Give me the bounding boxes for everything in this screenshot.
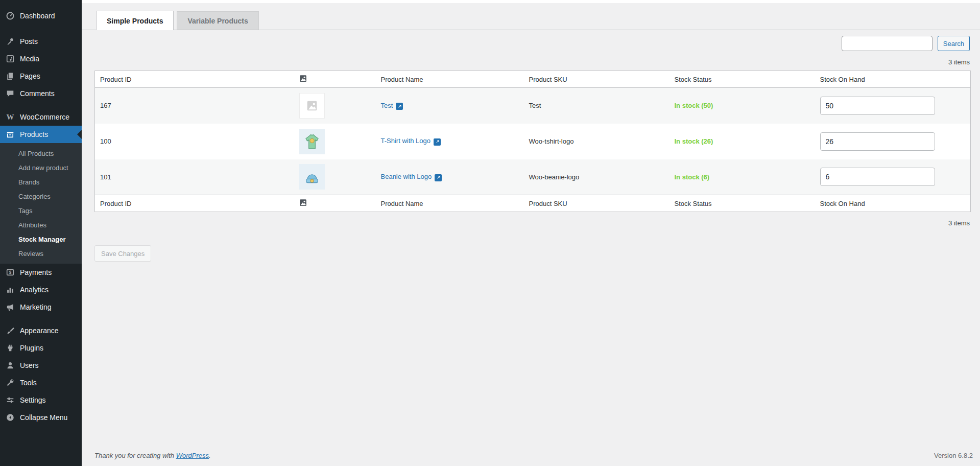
sidebar-item-label: Payments: [20, 268, 52, 276]
payments-icon: $: [5, 267, 15, 277]
sidebar-item-pages[interactable]: Pages: [0, 67, 82, 85]
search-button[interactable]: Search: [938, 36, 970, 51]
product-name-link[interactable]: T-Shirt with Logo: [381, 137, 441, 145]
sidebar-item-label: WooCommerce: [20, 113, 69, 121]
collapse-menu-button[interactable]: Collapse Menu: [0, 409, 82, 426]
user-icon: [5, 360, 15, 370]
products-submenu: All Products Add new product Brands Cate…: [0, 143, 82, 264]
submenu-item-categories[interactable]: Categories: [0, 189, 82, 203]
sidebar-item-settings[interactable]: Settings: [0, 391, 82, 409]
sidebar-item-dashboard[interactable]: Dashboard: [0, 7, 82, 25]
sidebar-item-label: Plugins: [20, 344, 43, 352]
sidebar-item-posts[interactable]: Posts: [0, 33, 82, 50]
sidebar-item-media[interactable]: Media: [0, 50, 82, 67]
stock-on-hand-input[interactable]: [820, 97, 935, 115]
brush-icon: [5, 325, 15, 336]
sidebar-item-payments[interactable]: $ Payments: [0, 264, 82, 281]
sidebar-item-tools[interactable]: Tools: [0, 374, 82, 391]
tab-variable-products[interactable]: Variable Products: [177, 11, 258, 30]
column-header-product-sku: Product SKU: [529, 76, 567, 83]
submenu-item-reviews[interactable]: Reviews: [0, 246, 82, 261]
sidebar-item-label: Appearance: [20, 327, 59, 335]
sidebar-item-users[interactable]: Users: [0, 357, 82, 374]
submenu-label: Reviews: [18, 250, 43, 258]
submenu-item-attributes[interactable]: Attributes: [0, 218, 82, 232]
collapse-menu-label: Collapse Menu: [20, 413, 67, 422]
sidebar-item-products[interactable]: Products: [0, 126, 82, 143]
submenu-label: Brands: [18, 178, 39, 186]
sidebar-item-label: Comments: [20, 89, 55, 98]
sidebar-item-label: Products: [20, 130, 48, 138]
product-sku: Woo-beanie-logo: [529, 173, 580, 181]
search-input[interactable]: [842, 36, 933, 51]
stock-on-hand-input[interactable]: [820, 132, 935, 151]
version-text: Version 6.8.2: [934, 452, 973, 459]
beanie-image: [299, 164, 325, 190]
media-icon: [5, 54, 15, 64]
product-name-text: Test: [381, 102, 393, 109]
thanks-prefix: Thank you for creating with: [94, 452, 176, 459]
sidebar-item-plugins[interactable]: Plugins: [0, 339, 82, 357]
main-content: Simple Products Variable Products Search…: [82, 0, 980, 466]
external-link-icon: [396, 103, 403, 110]
submenu-item-tags[interactable]: Tags: [0, 203, 82, 218]
sidebar-item-woocommerce[interactable]: W WooCommerce: [0, 108, 82, 126]
sidebar-item-label: Tools: [20, 379, 37, 387]
product-sku: Test: [529, 102, 541, 109]
collapse-arrow-icon: [5, 412, 15, 423]
tshirt-image: [299, 129, 325, 154]
comment-bubble-icon: [5, 88, 15, 99]
submenu-item-stock-manager[interactable]: Stock Manager: [0, 232, 82, 246]
top-white-strip: [82, 0, 980, 3]
product-name-text: Beanie with Logo: [381, 173, 432, 180]
thanks-suffix: .: [209, 452, 211, 459]
column-header-product-name: Product Name: [381, 76, 423, 83]
product-name-link[interactable]: Beanie with Logo: [381, 173, 442, 180]
submenu-item-add-new-product[interactable]: Add new product: [0, 160, 82, 175]
table-footer-header-row: Product ID Product Name Product SKU Stoc…: [95, 195, 971, 212]
pages-icon: [5, 71, 15, 81]
column-header-stock-on-hand: Stock On Hand: [820, 76, 865, 83]
sidebar-item-label: Users: [20, 361, 39, 369]
submenu-label: Tags: [18, 207, 32, 215]
column-footer-product-id: Product ID: [100, 200, 131, 207]
stock-on-hand-input[interactable]: [820, 168, 935, 186]
stock-table: Product ID Product Name Product SKU Stoc…: [94, 71, 971, 212]
submenu-label: Stock Manager: [18, 236, 65, 243]
tab-bar: Simple Products Variable Products: [82, 11, 980, 30]
wrench-icon: [5, 378, 15, 388]
product-name-text: T-Shirt with Logo: [381, 137, 431, 145]
sidebar-item-analytics[interactable]: Analytics: [0, 281, 82, 298]
table-row: 100 T-Shirt with Logo Woo-tshirt-logo In…: [95, 124, 971, 159]
column-footer-product-name: Product Name: [381, 200, 423, 207]
admin-sidebar: Dashboard Posts Media Pages Comments W W…: [0, 0, 82, 466]
column-header-stock-status: Stock Status: [675, 76, 712, 83]
sidebar-item-label: Analytics: [20, 286, 49, 294]
save-changes-button[interactable]: Save Changes: [94, 245, 151, 262]
product-name-link[interactable]: Test: [381, 102, 403, 109]
sidebar-item-label: Settings: [20, 396, 46, 404]
sidebar-item-label: Dashboard: [20, 12, 55, 20]
products-box-icon: [5, 129, 15, 139]
sidebar-item-label: Pages: [20, 72, 40, 80]
submenu-label: Add new product: [18, 164, 68, 172]
image-column-icon: [299, 75, 307, 82]
product-id: 101: [100, 173, 111, 181]
sidebar-item-appearance[interactable]: Appearance: [0, 322, 82, 339]
submenu-label: All Products: [18, 150, 54, 157]
wordpress-link[interactable]: WordPress: [176, 452, 209, 459]
stock-status-badge: In stock (6): [675, 173, 710, 181]
sidebar-item-marketing[interactable]: Marketing: [0, 298, 82, 316]
pushpin-icon: [5, 36, 15, 46]
column-footer-stock-status: Stock Status: [675, 200, 712, 207]
external-link-icon: [435, 174, 442, 181]
product-id: 167: [100, 102, 111, 109]
submenu-item-all-products[interactable]: All Products: [0, 146, 82, 160]
dashboard-icon: [5, 11, 15, 21]
sidebar-item-comments[interactable]: Comments: [0, 85, 82, 102]
placeholder-image: [299, 93, 325, 119]
tab-simple-products[interactable]: Simple Products: [96, 11, 174, 30]
stock-status-badge: In stock (26): [675, 137, 713, 145]
submenu-item-brands[interactable]: Brands: [0, 175, 82, 189]
column-footer-product-sku: Product SKU: [529, 200, 567, 207]
